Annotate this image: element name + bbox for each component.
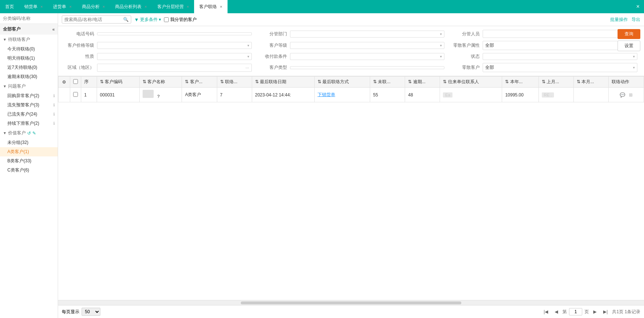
batch-op-link[interactable]: 批量操作 xyxy=(610,17,628,23)
nav-purchase-order[interactable]: 进货单 × xyxy=(48,0,76,13)
settings-button[interactable]: 设置 xyxy=(618,40,640,51)
filter-dept-dropdown[interactable]: ▾ xyxy=(290,31,445,38)
prev-page-btn[interactable]: ◀ xyxy=(552,308,560,315)
filter-more-btn[interactable]: ▼ 更多条件 ▾ xyxy=(134,17,161,23)
per-page-select[interactable]: 50 100 200 xyxy=(82,308,100,316)
row-checkbox[interactable] xyxy=(73,92,78,97)
nav-customer-segment[interactable]: 客户分层经营 × xyxy=(152,0,194,13)
filter-phone-label: 电话号码 xyxy=(65,31,94,37)
last-contact-link[interactable]: 下销货单 xyxy=(318,92,335,97)
nav-product-list-close[interactable]: × xyxy=(144,0,147,13)
sidebar-section-value[interactable]: ▼ 价值客户 ↺ ✎ xyxy=(0,128,58,138)
nav-customer-contact[interactable]: 客户联络 × xyxy=(194,0,227,13)
col-this-month[interactable]: ⇅ 本月... xyxy=(573,77,608,88)
nav-product-analysis[interactable]: 商品分析 × xyxy=(77,0,110,13)
page-end-label: 页 xyxy=(584,309,589,315)
filter-status: 状态 ▾ xyxy=(447,52,640,61)
sidebar-item-tomorrow[interactable]: 明天待联络(1) xyxy=(0,54,58,63)
my-customer-check[interactable] xyxy=(164,17,169,22)
row-last-type-cell[interactable]: 下销货单 xyxy=(314,88,370,102)
col-last-date[interactable]: ⇅ 最后联络日期 xyxy=(252,77,314,88)
filter-price-dropdown[interactable]: ▾ xyxy=(97,42,252,49)
filter-actions: 查询 设置 xyxy=(618,29,640,51)
search-input[interactable] xyxy=(64,17,123,22)
global-close-button[interactable]: × xyxy=(632,3,644,10)
sidebar-item-repurchase[interactable]: 回购异常客户(2) ℹ xyxy=(0,91,58,100)
action-qr-icon[interactable]: ⊞ xyxy=(629,92,633,98)
sidebar-item-churned[interactable]: 已流失客户(24) ℹ xyxy=(0,110,58,119)
col-customer-code[interactable]: ⇅ 客户编码 xyxy=(97,77,139,88)
col-this-year[interactable]: ⇅ 本年... xyxy=(502,77,539,88)
region-dots-icon: ··· xyxy=(246,65,249,70)
col-customer-level[interactable]: ⇅ 客户... xyxy=(182,77,217,88)
sidebar-collapse-icon[interactable]: « xyxy=(52,27,55,32)
sidebar-item-class-a[interactable]: A类客户(1) xyxy=(0,147,58,156)
nav-product-analysis-list[interactable]: 商品分析列表 × xyxy=(110,0,152,13)
customer-table: ⚙ 序 ⇅ 客户编码 ⇅ 客户名称 ⇅ 客户... xyxy=(58,76,644,102)
filter-payment-dropdown[interactable]: ▾ xyxy=(290,53,445,60)
filter-region-input[interactable]: ··· xyxy=(97,64,252,72)
col-last-month[interactable]: ⇅ 上月... xyxy=(539,77,573,88)
value-edit-icon[interactable]: ✎ xyxy=(32,131,36,136)
export-link[interactable]: 导出 xyxy=(632,17,640,23)
content-area: 🔍 ▼ 更多条件 ▾ 我分管的客户 批量操作 导出 电话号码 xyxy=(58,13,644,318)
page-input[interactable] xyxy=(569,308,582,315)
col-date-sort-icon: ⇅ xyxy=(255,79,260,84)
filter-customer-level-dropdown[interactable]: ▾ xyxy=(290,42,445,49)
col-overdue[interactable]: ⇅ 逾期... xyxy=(405,77,440,88)
scattered-dropdown-icon: ▾ xyxy=(633,66,635,70)
sidebar-item-class-b[interactable]: B类客户(33) xyxy=(0,156,58,166)
nav-sales-close[interactable]: × xyxy=(40,0,43,13)
filter-nature-dropdown[interactable]: ▾ xyxy=(97,53,252,60)
col-contact-person[interactable]: ⇅ 往来单位联系人 xyxy=(440,77,502,88)
filter-person-input[interactable]: ··· xyxy=(483,30,637,38)
filter-scattered-attr-dropdown[interactable]: 全部 ▾ xyxy=(483,41,637,50)
horizontal-scrollbar[interactable] xyxy=(58,300,644,305)
col-uncontacted[interactable]: ⇅ 未联... xyxy=(370,77,405,88)
query-button[interactable]: 查询 xyxy=(618,29,640,39)
toolbar-search-icon[interactable]: 🔍 xyxy=(123,17,129,22)
select-all-checkbox[interactable] xyxy=(73,79,78,84)
row-this-year-cell: 10995.00 xyxy=(502,88,539,102)
col-customer-name[interactable]: ⇅ 客户名称 xyxy=(139,77,182,88)
nav-product-close[interactable]: × xyxy=(103,0,105,13)
sidebar-item-declining[interactable]: 持续下滑客户(2) ℹ xyxy=(0,119,58,128)
filter-phone-input[interactable] xyxy=(97,32,252,35)
sidebar-item-ungrouped[interactable]: 未分组(32) xyxy=(0,138,58,147)
col-settings[interactable]: ⚙ xyxy=(58,77,70,88)
sidebar-section-pending[interactable]: ▼ 待联络客户 xyxy=(0,35,58,45)
sidebar-item-class-c[interactable]: C类客户(6) xyxy=(0,166,58,175)
sidebar-item-today[interactable]: 今天待联络(0) xyxy=(0,45,58,54)
sidebar-item-churn-warning[interactable]: 流失预警客户(3) ℹ xyxy=(0,100,58,110)
sidebar-search-input[interactable] xyxy=(3,16,58,21)
filter-region: 区域（地区） ··· xyxy=(62,61,255,74)
last-page-btn[interactable]: ▶| xyxy=(601,308,610,315)
scroll-thumb[interactable] xyxy=(241,301,461,304)
sidebar-all-customers-header[interactable]: 全部客户 « xyxy=(0,24,58,35)
nav-sales-label: 销货单 xyxy=(24,0,37,13)
col-last-type[interactable]: ⇅ 最后联络方式 xyxy=(314,77,370,88)
col-contact-count[interactable]: ⇅ 联络... xyxy=(217,77,252,88)
value-refresh-icon[interactable]: ↺ xyxy=(27,131,31,136)
filter-status-dropdown[interactable]: ▾ xyxy=(483,53,637,60)
nav-purchase-close[interactable]: × xyxy=(69,0,71,13)
next-page-btn[interactable]: ▶ xyxy=(591,308,599,315)
filter-scattered-dropdown[interactable]: 全部 ▾ xyxy=(483,63,637,72)
sidebar-item-7days[interactable]: 近7天待联络(0) xyxy=(0,63,58,72)
nav-segment-close[interactable]: × xyxy=(187,0,189,13)
first-page-btn[interactable]: |◀ xyxy=(541,308,550,315)
sidebar-section-problem-label: 问题客户 xyxy=(8,83,26,89)
filter-customer-type-input[interactable] xyxy=(290,66,445,69)
nav-contact-close[interactable]: × xyxy=(220,0,222,13)
my-customer-checkbox[interactable]: 我分管的客户 xyxy=(164,17,197,23)
nav-home-label: 首页 xyxy=(5,0,14,13)
churned-info-icon: ℹ xyxy=(53,112,55,117)
row-checkbox-cell[interactable] xyxy=(70,88,81,102)
sidebar-item-overdue[interactable]: 逾期未联络(30) xyxy=(0,72,58,81)
nav-home[interactable]: 首页 xyxy=(0,0,19,13)
row-index-cell: 1 xyxy=(81,88,97,102)
nav-sales-order[interactable]: 销货单 × xyxy=(19,0,48,13)
col-checkbox[interactable] xyxy=(70,77,81,88)
action-chat-icon[interactable]: 💬 xyxy=(620,92,625,98)
sidebar-section-problem[interactable]: ▼ 问题客户 xyxy=(0,81,58,91)
